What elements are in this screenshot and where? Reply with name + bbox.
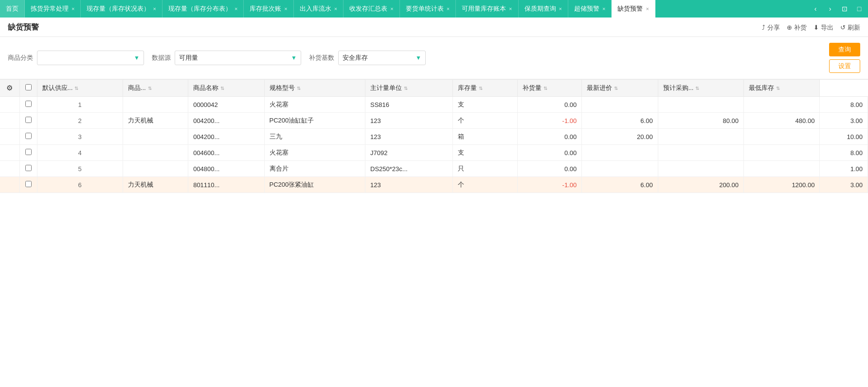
row-checkbox-1[interactable] [25, 117, 32, 123]
row-unit-4: 只 [453, 161, 517, 177]
table-row: 1 0000042 火花塞 SS816 支 0.00 8.00 [0, 97, 868, 113]
replenish-base-select[interactable]: 安全库存 ▼ [338, 51, 426, 65]
datasource-value: 可用量 [179, 53, 198, 62]
sort-unit-icon[interactable]: ⇅ [404, 86, 408, 91]
row-spec-2: 123 [365, 129, 453, 145]
query-button[interactable]: 查询 [829, 43, 860, 56]
category-select[interactable]: ▼ [37, 51, 144, 65]
sort-code-icon[interactable]: ⇅ [148, 86, 152, 91]
tab-picking[interactable]: 拣货异常处理 × [25, 0, 81, 18]
row-replenish-5: 6.00 [582, 177, 658, 193]
tab-batch[interactable]: 库存批次账 × [244, 0, 293, 18]
row-min-stock-3: 8.00 [820, 145, 868, 161]
refresh-button[interactable]: ↺ 刷新 [840, 23, 860, 32]
th-unit: 主计量单位 ⇅ [365, 80, 453, 97]
tab-inventory-dist-close[interactable]: × [235, 6, 237, 12]
row-checkbox-cell-1 [19, 113, 37, 129]
row-checkbox-5[interactable] [25, 181, 32, 187]
table-row: 2 力天机械 004200... PC200油缸缸子 123 个 -1.00 6… [0, 113, 868, 129]
row-latest-price-4 [658, 161, 743, 177]
tab-home[interactable]: 首页 [0, 0, 25, 18]
gear-icon[interactable]: ⚙ [6, 84, 13, 92]
select-all-checkbox[interactable] [25, 84, 32, 90]
tab-expiry-close[interactable]: × [559, 6, 562, 12]
row-gear-1 [0, 113, 19, 129]
tab-inventory-status-label: 现存量（库存状况表） [87, 4, 150, 13]
row-unit-5: 个 [453, 177, 517, 193]
row-gear-2 [0, 129, 19, 145]
row-checkbox-2[interactable] [25, 133, 32, 139]
row-code-3: 004600... [188, 145, 264, 161]
th-spec: 规格型号 ⇅ [264, 80, 365, 97]
tab-overstock[interactable]: 超储预警 × [568, 0, 612, 18]
share-button[interactable]: ⤴ 分享 [762, 23, 780, 32]
datasource-arrow-icon: ▼ [291, 54, 297, 61]
tab-available-close[interactable]: × [509, 6, 512, 12]
nav-prev-btn[interactable]: ‹ [809, 2, 822, 16]
sort-supplier-icon[interactable]: ⇅ [74, 86, 78, 91]
row-checkbox-4[interactable] [25, 165, 32, 171]
tab-overstock-close[interactable]: × [602, 6, 605, 12]
row-checkbox-3[interactable] [25, 149, 32, 155]
row-spec-5: 123 [365, 177, 453, 193]
row-unit-0: 支 [453, 97, 517, 113]
page-title: 缺货预警 [8, 22, 762, 33]
category-filter-group: 商品分类 ▼ [8, 51, 144, 65]
tab-summary[interactable]: 收发存汇总表 × [344, 0, 399, 18]
replenish-button[interactable]: ⊕ 补货 [787, 23, 807, 32]
row-latest-price-5: 200.00 [658, 177, 743, 193]
table-row: 4 004600... 火花塞 J7092 支 0.00 8.00 [0, 145, 868, 161]
datasource-filter-group: 数据源 可用量 ▼ [152, 51, 301, 65]
table-header-row: ⚙ 默认供应... ⇅ 商品... ⇅ [0, 80, 868, 97]
tab-requisition[interactable]: 要货单统计表 × [400, 0, 456, 18]
th-est-purchase: 预计采购... ⇅ [658, 80, 743, 97]
tab-shortage[interactable]: 缺货预警 × [612, 0, 655, 18]
tab-inventory-status-close[interactable]: × [153, 6, 156, 12]
nav-maximize-btn[interactable]: □ [852, 2, 866, 16]
tab-summary-close[interactable]: × [390, 6, 393, 12]
row-est-purchase-4 [743, 161, 819, 177]
tab-requisition-close[interactable]: × [447, 6, 450, 12]
tab-shortage-label: 缺货预警 [617, 4, 643, 13]
tab-flow[interactable]: 出入库流水 × [294, 0, 344, 18]
tab-inventory-status[interactable]: 现存量（库存状况表） × [81, 0, 162, 18]
row-checkbox-cell-2 [19, 129, 37, 145]
row-code-5: 801110... [188, 177, 264, 193]
tab-batch-close[interactable]: × [284, 6, 287, 12]
setting-button[interactable]: 设置 [829, 59, 860, 73]
tab-flow-close[interactable]: × [334, 6, 337, 12]
nav-next-btn[interactable]: › [823, 2, 837, 16]
row-gear-0 [0, 97, 19, 113]
sort-replenish-icon[interactable]: ⇅ [543, 86, 547, 91]
row-name-2: 三九 [264, 129, 365, 145]
tab-shortage-close[interactable]: × [646, 6, 649, 12]
row-gear-5 [0, 177, 19, 193]
sort-stock-icon[interactable]: ⇅ [479, 86, 483, 91]
tab-available[interactable]: 可用量库存账本 × [456, 0, 518, 18]
row-checkbox-0[interactable] [25, 101, 32, 107]
row-stock-1: -1.00 [517, 113, 581, 129]
th-code: 商品... ⇅ [123, 80, 188, 97]
tab-picking-close[interactable]: × [72, 6, 74, 12]
tab-inventory-dist[interactable]: 现存量（库存分布表） × [163, 0, 244, 18]
sort-name-icon[interactable]: ⇅ [220, 86, 224, 91]
row-supplier-5: 力天机械 [123, 177, 188, 193]
sort-min-stock-icon[interactable]: ⇅ [776, 86, 780, 91]
sort-latest-price-icon[interactable]: ⇅ [614, 86, 618, 91]
nav-restore-btn[interactable]: ⊡ [838, 2, 851, 16]
replenish-base-value: 安全库存 [343, 53, 368, 62]
row-unit-3: 支 [453, 145, 517, 161]
tab-expiry[interactable]: 保质期查询 × [519, 0, 568, 18]
sort-est-purchase-icon[interactable]: ⇅ [695, 86, 699, 91]
row-gear-3 [0, 145, 19, 161]
export-button[interactable]: ⬇ 导出 [814, 23, 833, 32]
tab-expiry-label: 保质期查询 [524, 4, 556, 13]
sort-spec-icon[interactable]: ⇅ [297, 86, 301, 91]
datasource-select[interactable]: 可用量 ▼ [175, 51, 301, 65]
row-supplier-1: 力天机械 [123, 113, 188, 129]
replenish-base-label: 补货基数 [309, 54, 334, 62]
tab-home-label: 首页 [6, 4, 18, 13]
row-est-purchase-0 [743, 97, 819, 113]
row-supplier-2 [123, 129, 188, 145]
table-row: 3 004200... 三九 123 箱 0.00 20.00 10.00 [0, 129, 868, 145]
